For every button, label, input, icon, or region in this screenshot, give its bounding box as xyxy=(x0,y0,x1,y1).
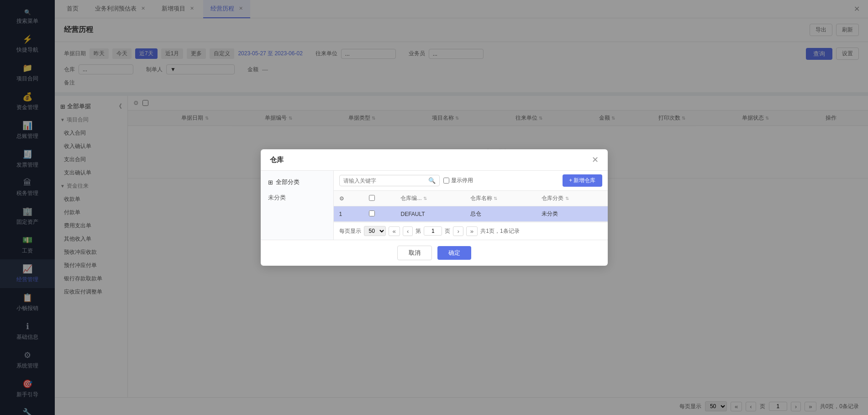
confirm-button[interactable]: 确定 xyxy=(437,246,471,260)
modal-col-category[interactable]: 仓库分类 ⇅ xyxy=(536,191,607,206)
modal-body: ⊞ 全部分类 未分类 🔍 显示停用 xyxy=(261,171,608,240)
modal-pagination-next[interactable]: › xyxy=(453,226,463,236)
warehouse-table: ⚙ 仓库编... ⇅ 仓库名称 ⇅ xyxy=(334,191,608,222)
modal-close-button[interactable]: ✕ xyxy=(592,155,599,165)
show-disabled-checkbox[interactable] xyxy=(443,178,449,184)
modal-unclassified[interactable]: 未分类 xyxy=(261,190,333,205)
modal-pagination: 每页显示 50 « ‹ 第 页 › » 共1页，1条记录 xyxy=(334,222,608,240)
modal-search-input[interactable] xyxy=(343,178,426,184)
modal-sort-category: ⇅ xyxy=(565,196,569,201)
modal-gear-icon: ⚙ xyxy=(339,195,344,202)
row-checkbox[interactable] xyxy=(369,210,375,216)
modal-select-all[interactable] xyxy=(369,195,375,201)
modal-col-checkbox xyxy=(363,191,395,206)
modal-footer: 取消 确定 xyxy=(261,240,608,266)
modal-search-icon: 🔍 xyxy=(428,177,436,184)
modal-page-input[interactable] xyxy=(424,226,442,236)
add-warehouse-button[interactable]: + 新增仓库 xyxy=(563,174,602,187)
row-number: 1 xyxy=(334,206,364,222)
row-name: 总仓 xyxy=(465,206,536,222)
modal-search-box[interactable]: 🔍 xyxy=(339,175,440,186)
modal-pagination-prev[interactable]: ‹ xyxy=(403,226,413,236)
modal-all-category[interactable]: ⊞ 全部分类 xyxy=(261,174,333,190)
modal-col-name[interactable]: 仓库名称 ⇅ xyxy=(465,191,536,206)
modal-toolbar: 🔍 显示停用 + 新增仓库 xyxy=(334,171,608,191)
modal-sort-code: ⇅ xyxy=(423,196,427,201)
modal-col-code[interactable]: 仓库编... ⇅ xyxy=(395,191,465,206)
modal-table: ⚙ 仓库编... ⇅ 仓库名称 ⇅ xyxy=(334,191,608,222)
modal-per-page-select[interactable]: 50 xyxy=(364,226,386,236)
modal-header: 仓库 ✕ xyxy=(261,149,608,171)
modal-title: 仓库 xyxy=(270,156,284,164)
show-disabled-label[interactable]: 显示停用 xyxy=(443,177,473,184)
row-code: DEFAULT xyxy=(395,206,465,222)
warehouse-table-row[interactable]: 1 DEFAULT 总仓 未分类 xyxy=(334,206,608,222)
modal-pagination-first[interactable]: « xyxy=(389,226,400,236)
modal-pagination-last[interactable]: » xyxy=(466,226,478,236)
row-category: 未分类 xyxy=(536,206,607,222)
modal-col-gear[interactable]: ⚙ xyxy=(334,191,364,206)
modal-overlay[interactable]: 仓库 ✕ ⊞ 全部分类 未分类 🔍 xyxy=(0,0,868,415)
modal-right-panel: 🔍 显示停用 + 新增仓库 ⚙ xyxy=(334,171,608,240)
grid-small-icon: ⊞ xyxy=(268,179,273,186)
cancel-button[interactable]: 取消 xyxy=(397,246,432,260)
row-checkbox-cell xyxy=(363,206,395,222)
modal-left-panel: ⊞ 全部分类 未分类 xyxy=(261,171,334,240)
modal-sort-name: ⇅ xyxy=(494,196,497,201)
warehouse-modal: 仓库 ✕ ⊞ 全部分类 未分类 🔍 xyxy=(261,149,608,266)
